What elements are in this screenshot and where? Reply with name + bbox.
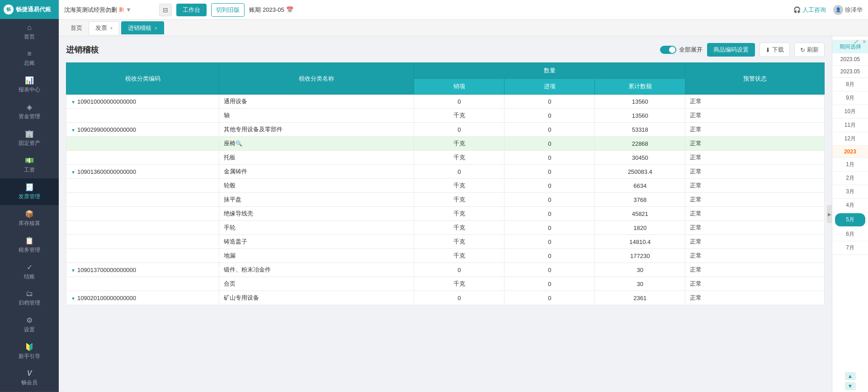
panel-toggle[interactable]: ▶ [827, 205, 832, 223]
sidebar-item-label: 税务管理 [19, 246, 40, 254]
service-button[interactable]: 🎧 人工咨询 [793, 6, 826, 14]
tab-invoice-close-icon[interactable]: × [110, 25, 113, 31]
tab-invoice[interactable]: 发票 × [89, 21, 119, 34]
period-display: 账期 2023-05 📅 [249, 6, 293, 14]
main-area: 沈海英测试经营勿删 删 ▼ ⊟ 工作台 切到旧版 账期 2023-05 📅 🎧 … [59, 0, 868, 392]
sidebar-item-settings[interactable]: ⚙ 设置 [0, 311, 59, 338]
old-version-button[interactable]: 切到旧版 [211, 3, 245, 17]
period-item-2023-05-bottom[interactable]: 2023.05 [832, 66, 868, 78]
scroll-down-button[interactable]: ▼ [845, 382, 856, 390]
col-header-tax-code: 税收分类编码 [66, 63, 219, 95]
unit-cell: 千克 [414, 151, 505, 165]
purchase-cell: 0 [505, 277, 595, 291]
col-header-sale: 销项 [414, 79, 505, 95]
table-row: ▼109013700000000000 锻件、粉末冶金件 0 0 30 正常 [66, 263, 825, 277]
period-item-10[interactable]: 10月 [832, 105, 868, 119]
period-item-5-active[interactable]: 5月 [835, 213, 865, 227]
period-item-7[interactable]: 7月 [832, 241, 868, 255]
period-item-11[interactable]: 11月 [832, 119, 868, 132]
unit-cell: 千克 [414, 137, 505, 151]
tax-code-cell [66, 193, 219, 207]
purchase-cell: 0 [505, 165, 595, 179]
unit-cell: 千克 [414, 221, 505, 235]
period-item-2023-05-top[interactable]: 2023.05 [832, 53, 868, 66]
cumulative-cell: 30 [595, 277, 685, 291]
period-item-9[interactable]: 9月 [832, 91, 868, 105]
warning-cell: 正常 [685, 179, 825, 193]
download-icon: ⬇ [765, 47, 770, 53]
download-button[interactable]: ⬇ 下载 [760, 43, 790, 57]
warning-cell: 正常 [685, 123, 825, 137]
payroll-icon: 💵 [25, 156, 34, 165]
tax-name-cell: 绝缘导线壳 [219, 207, 414, 221]
purchase-cell: 0 [505, 193, 595, 207]
product-code-button[interactable]: 商品编码设置 [707, 43, 755, 57]
sidebar-item-ledger[interactable]: ≡ 总账 [0, 45, 59, 72]
ledger-icon: ≡ [27, 50, 31, 58]
tab-reconcile[interactable]: 进销稽核 × [121, 21, 164, 34]
tax-code-cell [66, 249, 219, 263]
sidebar-item-payroll[interactable]: 💵 工资 [0, 152, 59, 178]
sidebar-item-guide[interactable]: 🔰 新手引导 [0, 338, 59, 365]
company-selector[interactable]: 沈海英测试经营勿删 删 ▼ [64, 6, 155, 14]
sidebar-item-funds[interactable]: ◈ 资金管理 [0, 98, 59, 125]
save-button[interactable]: ⊟ [159, 4, 172, 16]
unit-cell: 千克 [414, 277, 505, 291]
tax-code-cell [66, 109, 219, 123]
expand-icon[interactable]: ▼ [71, 100, 75, 105]
company-dropdown-icon: ▼ [126, 6, 132, 13]
panel-close-icon[interactable]: × [863, 38, 866, 45]
sidebar-item-label: 报表中心 [19, 86, 40, 94]
sidebar-item-assets[interactable]: 🏢 固定资产 [0, 125, 59, 152]
sidebar-item-label: 工资 [24, 166, 35, 174]
cumulative-cell: 13560 [595, 109, 685, 123]
sidebar-item-member[interactable]: V 畅会员 [0, 365, 59, 391]
panel-expand-icon[interactable]: ⤢ [854, 38, 859, 45]
sidebar-item-closing[interactable]: ✓ 结账 [0, 258, 59, 285]
expand-icon[interactable]: ▼ [71, 170, 75, 175]
expand-icon[interactable]: ▼ [71, 268, 75, 273]
period-item-3[interactable]: 3月 [832, 185, 868, 199]
unit-cell: 千克 [414, 193, 505, 207]
sidebar-item-inventory[interactable]: 📦 库存核算 [0, 205, 59, 232]
period-item-6[interactable]: 6月 [832, 228, 868, 241]
user-name: 徐泽华 [845, 6, 863, 14]
tax-code-cell [66, 151, 219, 165]
sidebar-item-invoice[interactable]: 🧾 发票管理 [0, 178, 59, 205]
tax-name-cell: 合页 [219, 277, 414, 291]
period-value: 2023-05 [263, 6, 284, 13]
search-icon[interactable]: 🔍 [236, 140, 242, 147]
workbench-button[interactable]: 工作台 [176, 4, 207, 16]
period-item-4[interactable]: 4月 [832, 199, 868, 212]
expand-icon[interactable]: ▼ [71, 296, 75, 301]
period-item-1[interactable]: 1月 [832, 158, 868, 172]
member-icon: V [27, 369, 32, 378]
period-item-2[interactable]: 2月 [832, 172, 868, 185]
tax-code-cell [66, 179, 219, 193]
purchase-cell: 0 [505, 263, 595, 277]
scroll-up-button[interactable]: ▲ [845, 372, 856, 380]
tax-name-cell: 锻件、粉末冶金件 [219, 263, 414, 277]
tab-home[interactable]: 首页 [66, 21, 87, 35]
unit-cell: 千克 [414, 207, 505, 221]
user-menu[interactable]: 👤 徐泽华 [833, 5, 863, 15]
topbar-right: 🎧 人工咨询 👤 徐泽华 [793, 5, 863, 15]
sidebar-item-reports[interactable]: 📊 报表中心 [0, 72, 59, 98]
toggle-all-switch[interactable] [660, 46, 676, 54]
purchase-cell: 0 [505, 137, 595, 151]
expand-icon[interactable]: ▼ [71, 128, 75, 133]
warning-cell: 正常 [685, 207, 825, 221]
refresh-label: 刷新 [807, 46, 819, 54]
sidebar-item-archive[interactable]: 🗂 归档管理 [0, 285, 59, 311]
period-item-8[interactable]: 8月 [832, 78, 868, 91]
col-header-purchase: 进项 [505, 79, 595, 95]
app-logo: 畅 畅捷通易代账 [0, 0, 59, 19]
purchase-cell: 0 [505, 123, 595, 137]
sidebar-item-home[interactable]: ⌂ 首页 [0, 19, 59, 45]
period-item-12[interactable]: 12月 [832, 132, 868, 146]
sidebar-item-tax[interactable]: 📋 税务管理 [0, 232, 59, 258]
tab-reconcile-close-icon[interactable]: × [154, 25, 157, 31]
calendar-icon[interactable]: 📅 [286, 6, 293, 13]
settings-icon: ⚙ [26, 316, 33, 325]
refresh-button[interactable]: ↻ 刷新 [794, 43, 825, 57]
